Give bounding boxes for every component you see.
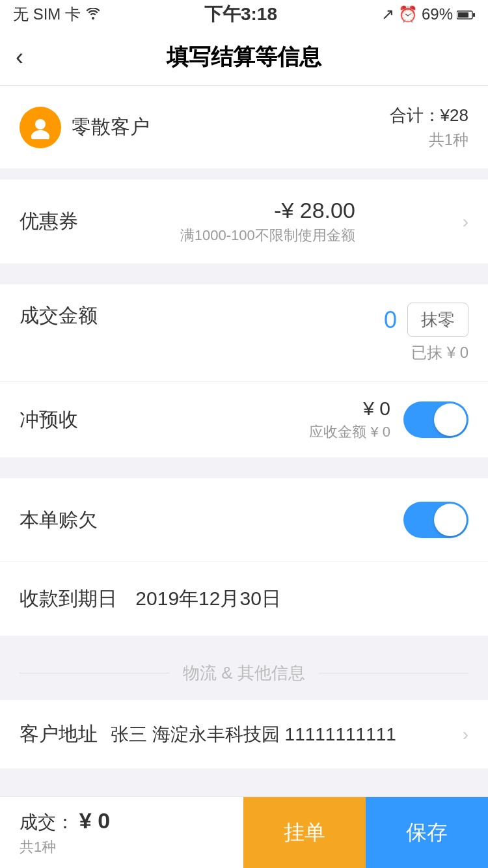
svg-rect-1 <box>458 12 468 18</box>
coupon-desc: 满1000-100不限制使用金额 <box>180 226 355 245</box>
customer-left: 零散客户 <box>20 107 150 148</box>
hangup-button[interactable]: 挂单 <box>243 797 366 869</box>
status-left: 无 SIM 卡 <box>13 4 100 25</box>
customer-name: 零散客户 <box>72 114 150 141</box>
address-chevron: › <box>463 724 468 745</box>
status-right: ↗ ⏰ 69% <box>381 5 475 23</box>
logistics-line-left <box>20 673 170 673</box>
address-section[interactable]: 客户地址 张三 海淀永丰科技园 11111111111 › <box>0 700 488 768</box>
transaction-label: 成交金额 <box>20 303 98 329</box>
advance-row: 冲预收 ¥ 0 应收金额 ¥ 0 <box>0 381 488 457</box>
divider-2 <box>0 468 488 478</box>
bottom-deal-label: 成交： <box>20 812 74 832</box>
advance-receivable: 应收金额 ¥ 0 <box>309 422 390 442</box>
svg-point-3 <box>35 119 46 129</box>
status-time: 下午3:18 <box>204 2 277 27</box>
toggle-knob <box>434 403 467 436</box>
coupon-label: 优惠券 <box>20 208 78 235</box>
transaction-section: 成交金额 0 抹零 已抹 ¥ 0 冲预收 ¥ 0 应收金额 ¥ 0 <box>0 284 488 457</box>
svg-point-4 <box>31 130 49 139</box>
transaction-row-container: 成交金额 0 抹零 已抹 ¥ 0 <box>0 284 488 381</box>
customer-right: 合计：¥28 共1种 <box>390 104 468 150</box>
coupon-section[interactable]: 优惠券 -¥ 28.00 满1000-100不限制使用金额 › <box>0 180 488 264</box>
advance-amount: ¥ 0 <box>309 398 390 420</box>
debt-toggle[interactable] <box>403 502 468 538</box>
advance-right: ¥ 0 应收金额 ¥ 0 <box>309 398 468 442</box>
due-date-row: 收款到期日 2019年12月30日 <box>0 562 488 636</box>
round-zero-button[interactable]: 抹零 <box>407 303 468 337</box>
nav-bar: ‹ 填写结算等信息 <box>0 29 488 86</box>
logistics-text: 物流 & 其他信息 <box>183 662 305 685</box>
address-row[interactable]: 客户地址 张三 海淀永丰科技园 11111111111 › <box>0 700 488 768</box>
debt-toggle-knob <box>434 504 467 536</box>
customer-section: 零散客户 合计：¥28 共1种 <box>0 86 488 169</box>
bottom-deal-row: 成交： ¥ 0 <box>20 808 224 835</box>
logistics-divider: 物流 & 其他信息 <box>0 646 488 700</box>
coupon-right: -¥ 28.00 满1000-100不限制使用金额 <box>180 198 355 245</box>
total-amount: 合计：¥28 <box>390 104 468 127</box>
bottom-deal-amount: ¥ 0 <box>79 808 110 833</box>
wifi-icon <box>86 5 100 23</box>
nav-title: 填写结算等信息 <box>167 42 321 72</box>
coupon-discount: -¥ 28.00 <box>180 198 355 223</box>
transaction-right: 0 抹零 <box>371 303 468 337</box>
debt-section: 本单赊欠 收款到期日 2019年12月30日 <box>0 478 488 636</box>
advance-amount-block: ¥ 0 应收金额 ¥ 0 <box>309 398 390 442</box>
due-date-label: 收款到期日 <box>20 588 117 609</box>
alarm-icon: ⏰ <box>398 5 418 23</box>
already-rounded: 已抹 ¥ 0 <box>20 342 468 363</box>
location-icon: ↗ <box>381 5 394 23</box>
due-date-value: 2019年12月30日 <box>135 588 280 609</box>
debt-row: 本单赊欠 <box>0 478 488 562</box>
advance-label: 冲预收 <box>20 407 78 433</box>
battery-text: 69% <box>422 5 453 23</box>
customer-avatar <box>20 107 61 148</box>
coupon-chevron: › <box>463 211 468 232</box>
coupon-row[interactable]: 优惠券 -¥ 28.00 满1000-100不限制使用金额 › <box>0 180 488 264</box>
address-value: 张三 海淀永丰科技园 11111111111 <box>111 722 457 747</box>
no-sim-text: 无 SIM 卡 <box>13 4 81 25</box>
bottom-bar: 成交： ¥ 0 共1种 挂单 保存 <box>0 796 488 868</box>
save-button[interactable]: 保存 <box>366 797 488 869</box>
debt-label: 本单赊欠 <box>20 507 98 534</box>
transaction-row: 成交金额 0 抹零 <box>20 303 468 337</box>
logistics-line-right <box>318 673 468 673</box>
customer-row: 零散客户 合计：¥28 共1种 <box>0 86 488 169</box>
transaction-amount[interactable]: 0 <box>371 306 397 334</box>
address-label: 客户地址 <box>20 721 98 748</box>
back-button[interactable]: ‹ <box>16 44 23 71</box>
bottom-count: 共1种 <box>20 837 224 857</box>
status-bar: 无 SIM 卡 下午3:18 ↗ ⏰ 69% <box>0 0 488 29</box>
battery-icon <box>457 5 475 23</box>
svg-rect-2 <box>473 13 475 17</box>
item-count: 共1种 <box>390 129 468 150</box>
bottom-info: 成交： ¥ 0 共1种 <box>0 808 243 857</box>
advance-toggle[interactable] <box>403 401 468 438</box>
divider-1 <box>0 274 488 284</box>
